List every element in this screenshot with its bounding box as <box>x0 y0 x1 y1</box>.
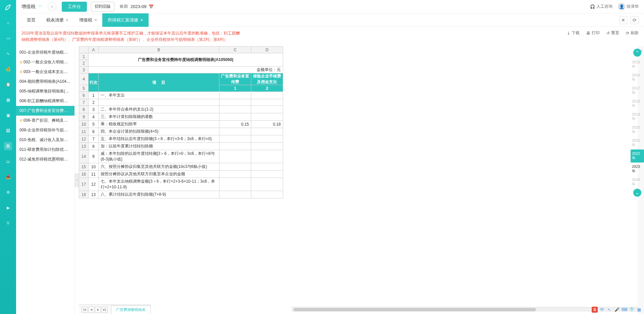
reset-button[interactable]: ↺重置 <box>606 30 619 36</box>
row-d-6[interactable] <box>251 128 283 135</box>
form-item-3[interactable]: 004-期间费用明细表(A1040... <box>16 77 74 86</box>
year-down-icon[interactable]: ⌄ <box>633 189 641 197</box>
row-c-7[interactable] <box>219 135 251 143</box>
year-2019年[interactable]: 2019年 <box>631 110 644 123</box>
sheet-last-icon[interactable]: ▸| <box>102 307 108 313</box>
tab-2[interactable]: 增值税× <box>74 13 102 27</box>
tab-1[interactable]: 税表清册× <box>41 13 74 27</box>
ime-lang-icon[interactable]: 中 <box>599 307 605 313</box>
row-c-4[interactable] <box>219 113 251 121</box>
row-d-13[interactable] <box>251 191 283 198</box>
form-item-7[interactable]: 008-资产折旧、摊销及纳税... <box>16 116 74 125</box>
sheet-next-icon[interactable]: ▸ <box>95 307 101 313</box>
row-c-10[interactable] <box>219 163 251 171</box>
close-icon[interactable]: × <box>140 17 143 23</box>
row-c-6[interactable] <box>219 128 251 135</box>
spreadsheet-grid[interactable]: ABCD1广告费和业务宣传费跨年度纳税调整明细表(A105060)23金额单位：… <box>79 46 638 305</box>
workspace-button[interactable]: 工作台 <box>62 2 87 12</box>
ime-skin-icon[interactable]: 👕 <box>629 307 635 313</box>
row-d-4[interactable] <box>251 113 283 121</box>
ime-punct-icon[interactable]: •, <box>606 307 612 313</box>
ime-s-icon[interactable]: S <box>592 307 598 313</box>
nav-v-icon[interactable]: V <box>4 219 12 227</box>
year-2015年[interactable]: 2015年 <box>631 58 644 71</box>
nav-block-icon[interactable]: ▣ <box>4 111 12 119</box>
collapse-formlist-handle[interactable]: ‹ <box>75 174 79 187</box>
close-icon[interactable]: × <box>94 17 97 23</box>
download-button[interactable]: ⤓下载 <box>567 30 580 36</box>
form-item-2[interactable]: 003-一般企业成本支出明细... <box>16 67 74 77</box>
sheet-prev-icon[interactable]: ◂ <box>88 307 94 313</box>
year-2017年[interactable]: 2017年 <box>631 84 644 97</box>
row-d-11[interactable] <box>251 171 283 178</box>
ime-keyboard-icon[interactable]: ⌨ <box>621 307 627 313</box>
row-c-8[interactable] <box>219 143 251 150</box>
year-2018年[interactable]: 2018年 <box>631 97 644 110</box>
row-c-9[interactable] <box>219 150 251 163</box>
row-c-13[interactable] <box>219 191 251 198</box>
print-button[interactable]: 🖶打印 <box>586 30 600 36</box>
row-c-2[interactable] <box>219 99 251 106</box>
tab-3[interactable]: 所得税汇算清缴× <box>102 13 148 27</box>
ime-grid-icon[interactable]: ▦ <box>636 307 642 313</box>
horizontal-scrollbar[interactable] <box>291 307 638 312</box>
year-2022年[interactable]: 2022年 <box>631 149 644 163</box>
year-2021年[interactable]: 2021年 <box>631 136 644 149</box>
refresh-button[interactable]: ⟳刷新 <box>626 30 639 36</box>
row-d-9[interactable] <box>251 150 283 163</box>
row-d-5[interactable]: 0.18 <box>251 121 283 128</box>
form-item-11[interactable]: 012-减免所得税优惠明细表(... <box>16 154 74 164</box>
nav-clipboard-icon[interactable]: 📋 <box>4 80 12 88</box>
row-d-10[interactable] <box>251 163 283 171</box>
tab-0[interactable]: 首页 <box>21 13 41 27</box>
nav-image-icon[interactable]: 🖼 <box>4 127 12 135</box>
year-2023年[interactable]: 2023年 <box>631 163 644 176</box>
history-button[interactable]: ≡ <box>48 2 56 11</box>
year-2024年[interactable]: 2024年 <box>631 176 644 189</box>
module-chevron-down-icon[interactable]: ﹀ <box>38 4 42 9</box>
scrollbar-thumb[interactable] <box>293 308 536 311</box>
close-icon[interactable]: × <box>66 17 68 23</box>
row-d-3[interactable] <box>251 106 283 113</box>
row-d-8[interactable] <box>251 143 283 150</box>
form-item-1[interactable]: 002-一般企业收入明细表(A... <box>16 57 74 67</box>
old-version-button[interactable]: 切到旧版 <box>91 2 114 11</box>
nav-inbox-icon[interactable]: 📥 <box>4 173 12 181</box>
sheet-first-icon[interactable]: |◂ <box>82 307 88 313</box>
row-d-1[interactable] <box>251 92 283 99</box>
form-item-4[interactable]: 005-纳税调整项目明细表(A1... <box>16 86 74 96</box>
form-item-9[interactable]: 010-免税、减计收入及加计... <box>16 135 74 145</box>
row-c-11[interactable] <box>219 171 251 178</box>
ime-mic-icon[interactable]: 🎤 <box>614 307 620 313</box>
tab-refresh-button[interactable]: ⟳ <box>631 16 639 24</box>
nav-folder-icon[interactable]: 🗂 <box>4 158 12 166</box>
period-value[interactable]: 2023-09 <box>130 4 147 9</box>
user-menu[interactable]: 👤徐泽华 <box>618 3 639 10</box>
form-item-5[interactable]: 006-职工薪酬纳税调整明细... <box>16 96 74 106</box>
row-c-3[interactable] <box>219 106 251 113</box>
year-up-icon[interactable]: ⌃ <box>633 49 641 57</box>
tab-close-all-button[interactable]: ✕ <box>619 16 627 24</box>
nav-doc-icon[interactable]: ▭ <box>4 34 12 42</box>
nav-video-icon[interactable]: ▶ <box>4 204 12 212</box>
form-item-0[interactable]: 001-企业所得税年度纳税申... <box>16 48 74 57</box>
nav-home-icon[interactable]: ⌂ <box>4 19 12 27</box>
form-item-10[interactable]: 011-研发费用加计扣除优惠... <box>16 145 74 154</box>
nav-bag-icon[interactable]: 💰 <box>4 65 12 73</box>
year-2016年[interactable]: 2016年 <box>631 71 644 84</box>
nav-calc-icon[interactable]: ▦ <box>4 96 12 104</box>
calendar-icon[interactable]: 📅 <box>149 4 154 9</box>
row-c-1[interactable] <box>219 92 251 99</box>
row-d-2[interactable] <box>251 99 283 106</box>
row-c-5[interactable]: 0.15 <box>219 121 251 128</box>
nav-chart-icon[interactable]: ∿ <box>4 50 12 58</box>
consult-button[interactable]: 🎧人工咨询 <box>590 4 612 9</box>
sheet-tab[interactable]: 广宣费调整明细表 <box>111 306 151 314</box>
year-2020年[interactable]: 2020年 <box>631 123 644 136</box>
row-c-12[interactable] <box>219 178 251 191</box>
row-d-12[interactable] <box>251 178 283 191</box>
form-item-6[interactable]: 007-广告费和业务宣传费跨...007-广告费和业务宣传费跨年度纳税调整明细表… <box>16 106 74 116</box>
nav-tax-icon[interactable]: 奠 <box>4 142 12 150</box>
form-item-8[interactable]: 009-企业所得税弥补亏损明... <box>16 125 74 135</box>
nav-settings-icon[interactable]: ⚙ <box>4 188 12 196</box>
